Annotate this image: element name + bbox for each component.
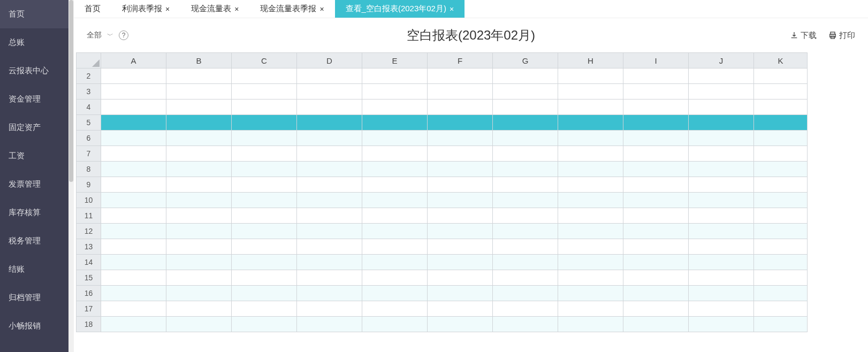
cell-C3[interactable]: [232, 84, 297, 100]
cell-B10[interactable]: [166, 193, 232, 208]
cell-G16[interactable]: [493, 286, 558, 301]
cell-B2[interactable]: [166, 68, 232, 84]
cell-B13[interactable]: [166, 239, 232, 255]
cell-F11[interactable]: [428, 208, 493, 224]
sidebar-item-closing[interactable]: 结账: [0, 255, 68, 284]
cell-A11[interactable]: [101, 208, 166, 224]
row-header-12[interactable]: 12: [77, 224, 101, 239]
cell-H6[interactable]: [558, 131, 623, 146]
cell-C9[interactable]: [232, 177, 297, 193]
cell-B17[interactable]: [166, 301, 232, 317]
cell-H7[interactable]: [558, 146, 623, 162]
cell-I17[interactable]: [623, 301, 689, 317]
cell-G10[interactable]: [493, 193, 558, 208]
spreadsheet[interactable]: ABCDEFGHIJK23456789101112131415161718: [74, 52, 868, 352]
column-header-C[interactable]: C: [232, 53, 297, 68]
cell-K6[interactable]: [754, 131, 808, 146]
cell-B18[interactable]: [166, 317, 232, 332]
cell-B16[interactable]: [166, 286, 232, 301]
close-icon[interactable]: ×: [319, 5, 324, 13]
column-header-D[interactable]: D: [297, 53, 362, 68]
row-header-14[interactable]: 14: [77, 255, 101, 270]
cell-H13[interactable]: [558, 239, 623, 255]
cell-E15[interactable]: [362, 270, 428, 286]
row-header-11[interactable]: 11: [77, 208, 101, 224]
cell-I9[interactable]: [623, 177, 689, 193]
row-header-4[interactable]: 4: [77, 100, 101, 115]
tab-3[interactable]: 现金流量表季报×: [249, 0, 334, 18]
cell-F5[interactable]: [428, 115, 493, 131]
cell-D9[interactable]: [297, 177, 362, 193]
cell-J10[interactable]: [689, 193, 754, 208]
cell-D14[interactable]: [297, 255, 362, 270]
cell-E7[interactable]: [362, 146, 428, 162]
cell-G6[interactable]: [493, 131, 558, 146]
cell-F7[interactable]: [428, 146, 493, 162]
cell-K18[interactable]: [754, 317, 808, 332]
cell-I3[interactable]: [623, 84, 689, 100]
cell-E17[interactable]: [362, 301, 428, 317]
cell-E5[interactable]: [362, 115, 428, 131]
sidebar-item-cloud-reports[interactable]: 云报表中心: [0, 57, 68, 85]
cell-K17[interactable]: [754, 301, 808, 317]
cell-F15[interactable]: [428, 270, 493, 286]
cell-J13[interactable]: [689, 239, 754, 255]
cell-H15[interactable]: [558, 270, 623, 286]
cell-I2[interactable]: [623, 68, 689, 84]
close-icon[interactable]: ×: [450, 5, 454, 13]
sidebar-scrollbar[interactable]: [68, 0, 74, 352]
cell-A5[interactable]: [101, 115, 166, 131]
cell-B9[interactable]: [166, 177, 232, 193]
column-header-A[interactable]: A: [101, 53, 166, 68]
cell-F10[interactable]: [428, 193, 493, 208]
cell-I10[interactable]: [623, 193, 689, 208]
cell-B11[interactable]: [166, 208, 232, 224]
sidebar-item-archive[interactable]: 归档管理: [0, 284, 68, 312]
cell-J12[interactable]: [689, 224, 754, 239]
close-icon[interactable]: ×: [234, 5, 239, 13]
cell-J11[interactable]: [689, 208, 754, 224]
help-icon[interactable]: ?: [119, 30, 128, 40]
cell-J3[interactable]: [689, 84, 754, 100]
cell-K8[interactable]: [754, 162, 808, 177]
column-header-I[interactable]: I: [623, 53, 689, 68]
cell-H12[interactable]: [558, 224, 623, 239]
cell-F3[interactable]: [428, 84, 493, 100]
row-header-10[interactable]: 10: [77, 193, 101, 208]
cell-B15[interactable]: [166, 270, 232, 286]
cell-C17[interactable]: [232, 301, 297, 317]
cell-A14[interactable]: [101, 255, 166, 270]
cell-E6[interactable]: [362, 131, 428, 146]
column-header-B[interactable]: B: [166, 53, 232, 68]
cell-H10[interactable]: [558, 193, 623, 208]
cell-I5[interactable]: [623, 115, 689, 131]
row-header-16[interactable]: 16: [77, 286, 101, 301]
cell-C2[interactable]: [232, 68, 297, 84]
cell-A4[interactable]: [101, 100, 166, 115]
cell-K13[interactable]: [754, 239, 808, 255]
cell-A9[interactable]: [101, 177, 166, 193]
cell-A7[interactable]: [101, 146, 166, 162]
cell-H14[interactable]: [558, 255, 623, 270]
cell-C10[interactable]: [232, 193, 297, 208]
cell-F13[interactable]: [428, 239, 493, 255]
row-header-17[interactable]: 17: [77, 301, 101, 317]
sidebar-item-ledger[interactable]: 总账: [0, 28, 68, 57]
sidebar-item-salary[interactable]: 工资: [0, 142, 68, 170]
cell-D11[interactable]: [297, 208, 362, 224]
cell-B5[interactable]: [166, 115, 232, 131]
row-header-18[interactable]: 18: [77, 317, 101, 332]
column-header-K[interactable]: K: [754, 53, 808, 68]
close-icon[interactable]: ×: [165, 5, 170, 13]
cell-G12[interactable]: [493, 224, 558, 239]
cell-H9[interactable]: [558, 177, 623, 193]
cell-I6[interactable]: [623, 131, 689, 146]
row-header-13[interactable]: 13: [77, 239, 101, 255]
row-header-9[interactable]: 9: [77, 177, 101, 193]
cell-H18[interactable]: [558, 317, 623, 332]
cell-D18[interactable]: [297, 317, 362, 332]
cell-F14[interactable]: [428, 255, 493, 270]
tab-4[interactable]: 查看_空白报表(2023年02月)×: [335, 0, 465, 18]
cell-A16[interactable]: [101, 286, 166, 301]
column-header-F[interactable]: F: [428, 53, 493, 68]
